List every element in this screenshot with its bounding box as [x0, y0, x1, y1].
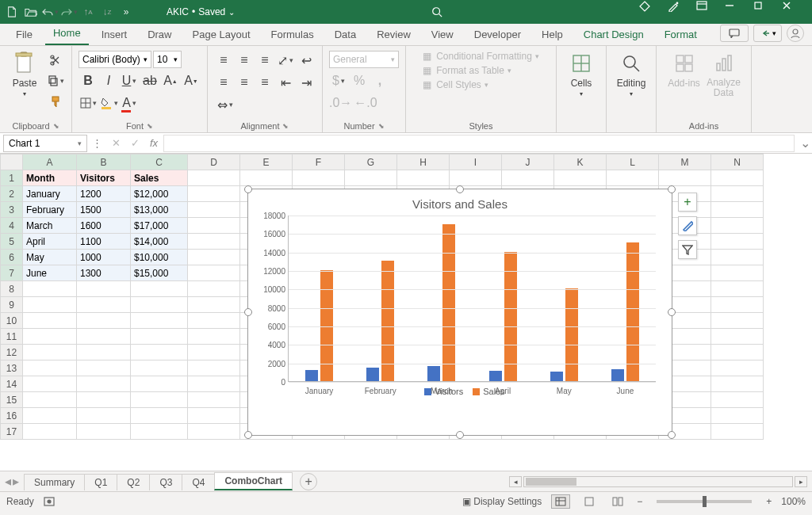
- chevron-down-icon[interactable]: ⌄: [228, 8, 235, 17]
- cell-C10[interactable]: [131, 313, 188, 329]
- cell-B11[interactable]: [77, 329, 131, 345]
- cell-B16[interactable]: [77, 408, 131, 424]
- zoom-in-button[interactable]: +: [766, 496, 772, 507]
- minimize-button[interactable]: [725, 1, 752, 23]
- tab-view[interactable]: View: [423, 25, 462, 45]
- sheet-tab-q2[interactable]: Q2: [117, 474, 150, 490]
- diamond-icon[interactable]: [639, 1, 666, 23]
- cell-C8[interactable]: [131, 281, 188, 297]
- col-header-L[interactable]: L: [607, 154, 659, 170]
- fx-icon[interactable]: fx: [144, 137, 163, 149]
- row-header-3[interactable]: 3: [1, 202, 23, 218]
- undo-icon[interactable]: [41, 3, 59, 21]
- cell-A12[interactable]: [23, 345, 77, 360]
- cell-D6[interactable]: [188, 250, 240, 265]
- row-header-13[interactable]: 13: [1, 360, 23, 376]
- cell-B5[interactable]: 1100: [77, 234, 131, 250]
- cell-A15[interactable]: [23, 392, 77, 408]
- cell-A1[interactable]: Month: [23, 170, 77, 186]
- accounting-format-icon[interactable]: $: [329, 71, 348, 90]
- cell-B4[interactable]: 1600: [77, 218, 131, 234]
- new-sheet-button[interactable]: +: [300, 473, 317, 490]
- name-box[interactable]: Chart 1▾: [3, 135, 87, 152]
- col-header-G[interactable]: G: [345, 154, 397, 170]
- cell-E1[interactable]: [240, 170, 293, 186]
- align-center-icon[interactable]: ≡: [235, 73, 254, 92]
- scroll-right-button[interactable]: ▸: [795, 476, 807, 487]
- chart-styles-button[interactable]: [678, 216, 697, 235]
- cell-C14[interactable]: [131, 376, 188, 392]
- sheet-tab-q4[interactable]: Q4: [182, 474, 215, 490]
- col-header-I[interactable]: I: [450, 154, 502, 170]
- italic-button[interactable]: I: [99, 71, 118, 90]
- cell-C16[interactable]: [131, 408, 188, 424]
- cell-C13[interactable]: [131, 360, 188, 376]
- cell-J1[interactable]: [502, 170, 554, 186]
- dialog-launcher-icon[interactable]: ⬊: [282, 122, 289, 130]
- close-button[interactable]: [782, 1, 809, 23]
- row-header-7[interactable]: 7: [1, 265, 23, 281]
- col-header-E[interactable]: E: [240, 154, 293, 170]
- cell-B3[interactable]: 1500: [77, 202, 131, 218]
- share-button[interactable]: ▾: [753, 25, 782, 42]
- tab-home[interactable]: Home: [45, 24, 89, 45]
- tab-chart-design[interactable]: Chart Design: [576, 25, 652, 45]
- cell-A5[interactable]: April: [23, 234, 77, 250]
- col-header-K[interactable]: K: [554, 154, 607, 170]
- scroll-left-button[interactable]: ◂: [509, 476, 522, 487]
- pen-sparkle-icon[interactable]: [668, 1, 695, 23]
- cell-F1[interactable]: [293, 170, 345, 186]
- number-format-select[interactable]: General▾: [329, 51, 399, 68]
- row-header-16[interactable]: 16: [1, 408, 23, 424]
- horizontal-scrollbar[interactable]: ◂ ▸: [317, 476, 812, 487]
- cell-D14[interactable]: [188, 376, 240, 392]
- strikethrough-button[interactable]: ab: [140, 71, 159, 90]
- cell-N16[interactable]: [711, 408, 764, 424]
- cell-B14[interactable]: [77, 376, 131, 392]
- tab-data[interactable]: Data: [327, 25, 364, 45]
- cell-N12[interactable]: [711, 345, 764, 360]
- bar-visitors-april[interactable]: [489, 371, 502, 381]
- cell-I1[interactable]: [450, 170, 502, 186]
- cell-N13[interactable]: [711, 360, 764, 376]
- col-header-D[interactable]: D: [188, 154, 240, 170]
- sort-asc-icon[interactable]: ↑A: [79, 3, 97, 21]
- format-painter-icon[interactable]: [46, 92, 65, 111]
- display-settings-button[interactable]: ▣ Display Settings: [462, 496, 542, 507]
- cell-B9[interactable]: [77, 297, 131, 313]
- cell-C15[interactable]: [131, 392, 188, 408]
- dialog-launcher-icon[interactable]: ⬊: [378, 122, 385, 130]
- cell-B6[interactable]: 1000: [77, 250, 131, 265]
- chart-object[interactable]: Visitors and Sales JanuaryFebruaryMarchA…: [247, 189, 672, 436]
- worksheet-grid[interactable]: ABCDEFGHIJKLMN1MonthVisitorsSales2Januar…: [0, 154, 812, 471]
- sort-desc-icon[interactable]: ↓Z: [98, 3, 116, 21]
- ribbon-display-icon[interactable]: [696, 1, 723, 23]
- cell-K1[interactable]: [554, 170, 607, 186]
- col-header-H[interactable]: H: [397, 154, 450, 170]
- cell-L1[interactable]: [607, 170, 659, 186]
- dialog-launcher-icon[interactable]: ⬊: [53, 122, 59, 130]
- zoom-out-button[interactable]: −: [637, 496, 642, 507]
- redo-icon[interactable]: [60, 3, 78, 21]
- shrink-font-button[interactable]: A▼: [182, 71, 201, 90]
- tab-draw[interactable]: Draw: [140, 25, 179, 45]
- merge-center-icon[interactable]: ⇔: [214, 95, 236, 114]
- decrease-decimal-icon[interactable]: ←.0: [354, 93, 377, 113]
- cell-A2[interactable]: January: [23, 186, 77, 202]
- analyze-data-button[interactable]: Analyze Data: [706, 51, 742, 98]
- row-header-17[interactable]: 17: [1, 424, 23, 440]
- align-right-icon[interactable]: ≡: [255, 73, 274, 92]
- bar-visitors-june[interactable]: [611, 369, 624, 381]
- cell-D3[interactable]: [188, 202, 240, 218]
- conditional-formatting-button[interactable]: ▦ Conditional Formatting ▾: [423, 51, 539, 62]
- expand-formula-bar-icon[interactable]: ⌄: [798, 135, 812, 151]
- row-header-11[interactable]: 11: [1, 329, 23, 345]
- format-as-table-button[interactable]: ▦ Format as Table ▾: [423, 65, 511, 76]
- resize-handle[interactable]: [668, 308, 676, 316]
- sheet-tab-q3[interactable]: Q3: [149, 474, 182, 490]
- save-state[interactable]: Saved: [198, 6, 225, 17]
- cell-D1[interactable]: [188, 170, 240, 186]
- cell-C3[interactable]: $13,000: [131, 202, 188, 218]
- cell-C4[interactable]: $17,000: [131, 218, 188, 234]
- align-top-icon[interactable]: ≡: [214, 51, 233, 70]
